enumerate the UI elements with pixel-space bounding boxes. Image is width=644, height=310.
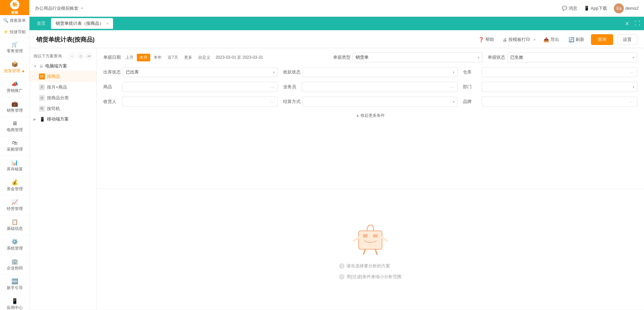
sidebar-item-marketing[interactable]: 📣 营销推广 — [0, 78, 29, 97]
empty-illustration — [350, 216, 390, 256]
industry-name: 办公用品行业模拟账套 — [35, 5, 78, 11]
sidebar-item-finance[interactable]: 💰 资金管理 — [0, 176, 29, 196]
tab-home-label: 首页 — [37, 20, 46, 27]
svg-line-3 — [354, 238, 359, 241]
salesperson-label: 业务员 — [283, 84, 300, 90]
sidebar-item-newbie[interactable]: 🆕 新手引导 — [0, 275, 29, 295]
scheme-item-by-driver-label: 按司机 — [47, 106, 60, 112]
filter-collapse-row: ∧ 收起更多条件 — [103, 111, 637, 120]
product-control[interactable]: ··· — [122, 82, 278, 92]
department-control[interactable]: ▾ — [482, 82, 637, 92]
sidebar-item-wholesale[interactable]: 📦 批发管理 ▲ — [0, 58, 29, 78]
date-control: 上月 本月 本年 近7天 更多 自定义 2023-03-01 至 2023-03… — [123, 54, 328, 61]
salesperson-control[interactable]: ··· — [302, 82, 458, 92]
main-container: 办公用品行业模拟账套 ▾ 💬 消息 📱 App下载 Ea demo2 首页 — [30, 0, 644, 310]
date-tab-last-month[interactable]: 上月 — [123, 54, 136, 61]
query-btn[interactable]: 查询 — [591, 34, 613, 45]
help-btn[interactable]: ❓ 帮助 — [476, 35, 497, 44]
scheme-item-icon-by-product: 按 — [39, 73, 45, 80]
empty-hint-1: 1 请先选择要分析的方案 — [339, 261, 401, 271]
mobile-icon: 📱 — [40, 117, 45, 122]
sidebar-item-system[interactable]: ⚙️ 系统管理 — [0, 235, 29, 255]
filter-salesperson: 业务员 ··· — [283, 82, 458, 92]
export-icon: 📤 — [543, 37, 549, 42]
scheme-item-by-product-label: 按商品 — [47, 73, 60, 80]
sidebar: 畅 标账 🔍 搜索菜单 ⚡ 快捷导航 🛒 零售管理 📦 批发管理 ▲ 📣 营销推… — [0, 0, 30, 310]
export-label: 导出 — [550, 37, 559, 43]
collapse-up-icon: ∧ — [356, 113, 359, 118]
scheme-item-by-category[interactable]: 分 按商品分类 — [30, 93, 96, 103]
scheme-add-btn[interactable]: ＋ — [69, 53, 75, 59]
refresh-btn[interactable]: 🔄 刷新 — [566, 35, 587, 44]
settings-btn[interactable]: 设置 — [617, 34, 637, 45]
out-status-label: 出库状态 — [103, 69, 121, 75]
print-btn[interactable]: 🖨 按模板打印 — [501, 35, 532, 44]
export-btn[interactable]: 📤 导出 — [541, 35, 562, 44]
svg-line-5 — [364, 249, 365, 254]
print-label: 按模板打印 — [508, 37, 530, 43]
date-tab-more[interactable]: 更多 — [181, 54, 195, 61]
scheme-edit-btn[interactable]: ⊙ — [77, 53, 84, 59]
sidebar-quicknav[interactable]: ⚡ 快捷导航 — [0, 27, 29, 38]
sidebar-item-retail[interactable]: 🛒 零售管理 — [0, 38, 29, 58]
collection-control[interactable]: ▾ — [303, 67, 458, 77]
empty-text: 1 请先选择要分析的方案 2 用[过滤]条件来缩小分析范围 — [339, 261, 401, 283]
scheme-item-by-driver[interactable]: 司 按司机 — [30, 103, 96, 114]
scheme-item-by-product[interactable]: 按 按商品 — [30, 71, 96, 82]
svg-rect-1 — [363, 234, 368, 238]
scheme-group-pc-header[interactable]: ▼ 🖥 电脑端方案 — [30, 61, 96, 71]
product-label: 商品 — [103, 84, 120, 90]
filter-panel: 单据日期 上月 本月 本年 近7天 更多 自定义 — [97, 48, 644, 189]
date-tab-custom[interactable]: 自定义 — [196, 54, 213, 61]
date-tabs: 上月 本月 本年 近7天 更多 自定义 — [123, 54, 213, 61]
brand-label: 品牌 — [463, 99, 480, 105]
brand-control[interactable]: ··· — [482, 97, 637, 107]
sidebar-item-ecom[interactable]: 🖥 电商管理 — [0, 117, 29, 137]
bill-type-control[interactable]: 销货单 ▾ — [353, 52, 483, 62]
settlement-control[interactable]: ▾ — [303, 97, 458, 107]
date-range: 2023-03-01 至 2023-03-31 — [216, 55, 263, 60]
sidebar-item-inventory[interactable]: 📊 库存核算 — [0, 156, 29, 176]
tab-close-all-btn[interactable]: ✕ — [624, 20, 631, 28]
out-status-arrow: ▾ — [273, 70, 275, 74]
print-btn-group: 🖨 按模板打印 ▾ — [501, 35, 537, 44]
filter-warehouse: 仓库 ··· — [463, 67, 637, 77]
app-logo[interactable]: 畅 标账 — [0, 0, 29, 15]
filter-department: 部门 ▾ — [463, 82, 637, 92]
filter-settlement: 结算方式 ▾ — [283, 97, 458, 107]
hint-number-1: 1 — [339, 263, 344, 269]
tab-close-btn[interactable]: × — [106, 21, 108, 25]
scheme-group-mobile-header[interactable]: ▶ 📱 移动端方案 — [30, 114, 96, 124]
date-tab-this-year[interactable]: 本年 — [151, 54, 164, 61]
sidebar-item-operations[interactable]: 📈 经营管理 — [0, 196, 29, 215]
scheme-item-by-month-product[interactable]: 月 按月+商品 — [30, 82, 96, 93]
bill-status-control[interactable]: 已生效 ▾ — [507, 52, 637, 62]
download-icon: 📱 — [584, 6, 589, 11]
monitor-icon: 🖥 — [39, 64, 43, 69]
sidebar-item-basic[interactable]: 📋 基础信息 — [0, 215, 29, 235]
tab-fullscreen-btn[interactable]: ⛶ — [633, 20, 641, 28]
app-download-btn[interactable]: 📱 App下载 — [584, 5, 607, 11]
avatar: Ea — [614, 3, 624, 13]
page-header: 销货单统计表(按商品) ❓ 帮助 🖨 按模板打印 ▾ 📤 — [30, 30, 644, 48]
user-profile[interactable]: Ea demo2 — [614, 3, 639, 13]
tab-sales-stat[interactable]: 销货单统计表（按商品） × — [51, 18, 113, 29]
date-tab-last-7[interactable]: 近7天 — [165, 54, 181, 61]
receiver-control[interactable]: ··· — [122, 97, 278, 107]
collapse-btn[interactable]: ∧ 收起更多条件 — [352, 111, 389, 120]
date-tab-this-month[interactable]: 本月 — [137, 54, 150, 61]
warehouse-control[interactable]: ··· — [482, 67, 637, 77]
sidebar-item-appcenter[interactable]: 📱 应用中心 — [0, 295, 29, 310]
scheme-collapse-btn[interactable]: ≪ — [86, 53, 92, 59]
sidebar-item-sales[interactable]: 💼 销售管理 — [0, 97, 29, 117]
sidebar-search[interactable]: 🔍 搜索菜单 — [0, 15, 29, 27]
print-dropdown-arrow[interactable]: ▾ — [532, 37, 537, 43]
tab-home[interactable]: 首页 — [32, 18, 50, 29]
message-btn[interactable]: 💬 消息 — [562, 5, 577, 11]
industry-dropdown-arrow[interactable]: ▾ — [81, 6, 83, 10]
out-status-control[interactable]: 已出库 ▾ — [123, 67, 278, 77]
collapse-label: 收起更多条件 — [361, 113, 385, 118]
sidebar-item-enterprise[interactable]: 🏢 企业协同 — [0, 255, 29, 275]
collection-arrow: ▾ — [453, 70, 454, 74]
sidebar-item-purchase[interactable]: 🛍 采购管理 — [0, 137, 29, 156]
